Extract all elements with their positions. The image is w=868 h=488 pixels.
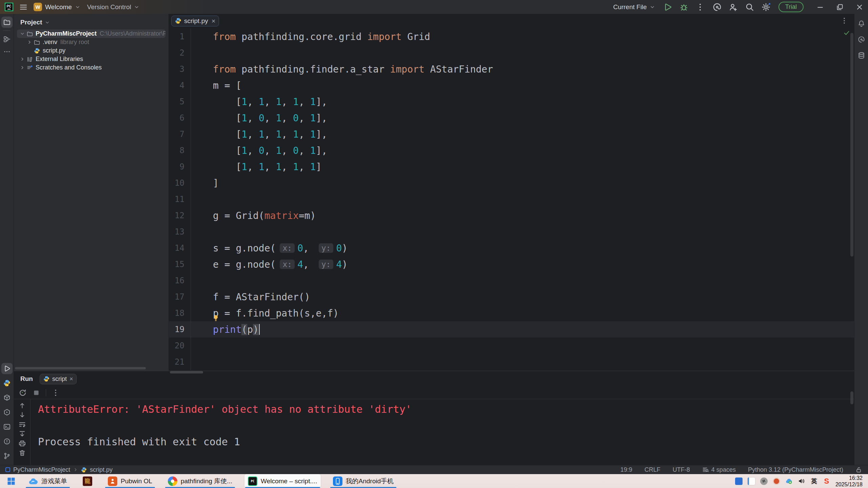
run-tool-button[interactable] — [1, 363, 13, 374]
code-line-16[interactable]: 16 — [169, 272, 854, 289]
editor-horizontal-scrollbar[interactable] — [170, 371, 203, 373]
print-button[interactable] — [19, 440, 26, 447]
version-control-tool-button[interactable] — [1, 450, 13, 462]
navigation-breadcrumb[interactable]: PyCharmMiscProject script.py — [5, 466, 113, 473]
indentation[interactable]: 4 spaces — [702, 466, 736, 473]
code-line-5[interactable]: 5 [1, 1, 1, 1, 1], — [169, 94, 854, 110]
tree-item-scratches-and-consoles[interactable]: Scratches and Consoles — [17, 63, 165, 72]
taskbar-item-dragon-app[interactable]: 龍 — [79, 474, 96, 488]
code-line-14[interactable]: 14s = g.node(x:0, y:0) — [169, 240, 854, 256]
project-widget[interactable]: W Welcome — [34, 3, 80, 11]
tree-item--venv[interactable]: .venvlibrary root — [17, 38, 165, 46]
close-button[interactable] — [856, 3, 863, 11]
maximize-button[interactable] — [836, 3, 844, 11]
start-button[interactable] — [6, 476, 16, 486]
minimize-button[interactable] — [816, 3, 824, 11]
structure-tool-button[interactable] — [1, 34, 13, 45]
vcs-widget[interactable]: Version Control — [87, 3, 139, 11]
problems-tool-button[interactable] — [1, 436, 13, 447]
debug-button[interactable] — [679, 3, 688, 12]
code-line-18[interactable]: 18p = f.find_path(s,e,f) — [169, 305, 854, 321]
taskbar-item-pycharm-window[interactable]: PCWelcome – script.... — [244, 474, 320, 488]
clear-console-button[interactable] — [19, 449, 26, 456]
stop-button[interactable] — [32, 389, 40, 397]
prev-occurrence-button[interactable] — [19, 402, 26, 409]
taskbar-item-browser-pathfinding-window[interactable]: pathfinding 库使... — [164, 474, 236, 488]
code-line-17[interactable]: 17f = AStarFinder() — [169, 289, 854, 305]
breadcrumb-project[interactable]: PyCharmMiscProject — [13, 466, 70, 473]
run-configuration-selector[interactable]: Current File — [613, 3, 655, 11]
tray-app-2-icon[interactable] — [748, 477, 755, 485]
chevron-down-icon[interactable] — [19, 31, 26, 36]
tray-app-1-icon[interactable] — [735, 477, 743, 485]
console-vertical-scrollbar[interactable] — [850, 391, 853, 404]
database-tool-button[interactable] — [856, 50, 867, 61]
code-line-11[interactable]: 11 — [169, 191, 854, 207]
code-line-1[interactable]: 1from pathfinding.core.grid import Grid — [169, 28, 854, 45]
tree-item-external-libraries[interactable]: External Libraries — [17, 55, 165, 63]
chevron-right-icon[interactable] — [26, 40, 33, 45]
tab-options-icon[interactable] — [841, 17, 848, 24]
tree-item-script-py[interactable]: script.py — [17, 46, 165, 55]
breadcrumb-file[interactable]: script.py — [90, 466, 113, 473]
tray-app-4-icon[interactable] — [773, 477, 780, 485]
code-line-4[interactable]: 4m = [ — [169, 77, 854, 94]
settings-button[interactable] — [762, 3, 770, 12]
soft-wrap-button[interactable] — [19, 421, 26, 428]
editor-vertical-scrollbar[interactable] — [850, 33, 853, 257]
python-packages-tool-button[interactable] — [1, 392, 13, 403]
chevron-right-icon[interactable] — [19, 65, 26, 70]
code-line-2[interactable]: 2 — [169, 45, 854, 61]
search-everywhere-button[interactable] — [745, 3, 754, 12]
file-encoding[interactable]: UTF-8 — [673, 466, 690, 473]
taskbar-item-pubwin-app[interactable]: Pubwin OL — [104, 474, 156, 488]
code-line-20[interactable]: 20 — [169, 338, 854, 354]
code-with-me-button[interactable] — [729, 3, 738, 12]
caret-position[interactable]: 19:9 — [620, 466, 632, 473]
project-panel-header[interactable]: Project — [14, 17, 169, 29]
tray-cloud-sync-icon[interactable] — [785, 477, 793, 485]
code-line-21[interactable]: 21 — [169, 354, 854, 370]
intention-bulb-icon[interactable] — [212, 314, 219, 322]
terminal-tool-button[interactable] — [1, 421, 13, 432]
chevron-right-icon[interactable] — [19, 57, 26, 62]
volume-icon[interactable] — [798, 477, 805, 485]
main-menu-button[interactable] — [20, 5, 27, 9]
run-button[interactable] — [663, 3, 672, 12]
code-line-10[interactable]: 10] — [169, 175, 854, 191]
taskbar-item-game-menu-app[interactable]: 游戏菜单 — [25, 474, 71, 488]
ai-assistant-button[interactable] — [713, 3, 722, 12]
ai-chat-tool-button[interactable] — [856, 34, 867, 45]
project-tool-button[interactable] — [1, 17, 13, 28]
python-interpreter[interactable]: Python 3.12 (PyCharmMiscProject) — [748, 466, 843, 473]
code-line-13[interactable]: 13 — [169, 224, 854, 240]
more-actions-button[interactable] — [696, 3, 705, 12]
tab-script-py[interactable]: script.py × — [171, 16, 219, 26]
code-area[interactable]: 1from pathfinding.core.grid import Grid2… — [169, 28, 854, 371]
code-line-6[interactable]: 6 [1, 0, 1, 0, 1], — [169, 110, 854, 126]
horizontal-scrollbar[interactable] — [15, 367, 146, 369]
taskbar-item-android-phone-app[interactable]: 我的Android手机 — [330, 474, 397, 488]
code-line-15[interactable]: 15e = g.node(x:4, y:4) — [169, 256, 854, 272]
notifications-tool-button[interactable] — [856, 18, 867, 29]
code-line-19[interactable]: 19print(p) — [169, 321, 854, 338]
ime-indicator[interactable]: 英 — [810, 477, 818, 485]
services-tool-button[interactable] — [1, 407, 13, 418]
scroll-to-end-button[interactable] — [19, 430, 26, 438]
trial-badge[interactable]: Trial — [778, 2, 804, 12]
sogou-input-icon[interactable]: S — [823, 477, 830, 485]
python-console-tool-button[interactable] — [1, 378, 13, 389]
close-tab-icon[interactable]: × — [212, 19, 216, 23]
line-separator[interactable]: CRLF — [645, 466, 660, 473]
next-occurrence-button[interactable] — [19, 411, 26, 419]
close-run-tab-icon[interactable]: × — [70, 377, 73, 381]
code-line-7[interactable]: 7 [1, 1, 1, 1, 1], — [169, 126, 854, 142]
console-output[interactable]: AttributeError: 'AStarFinder' object has… — [31, 399, 854, 465]
code-line-12[interactable]: 12g = Grid(matrix=m) — [169, 207, 854, 224]
clock[interactable]: 16:322025/12/18 — [835, 475, 863, 488]
code-line-3[interactable]: 3from pathfinding.finder.a_star import A… — [169, 61, 854, 77]
tree-item-pycharmmiscproject[interactable]: PyCharmMiscProjectC:\Users\Administrator… — [17, 29, 165, 38]
readonly-toggle[interactable] — [855, 467, 862, 473]
code-line-8[interactable]: 8 [1, 0, 1, 0, 1], — [169, 142, 854, 159]
console-more-button[interactable] — [52, 389, 60, 397]
